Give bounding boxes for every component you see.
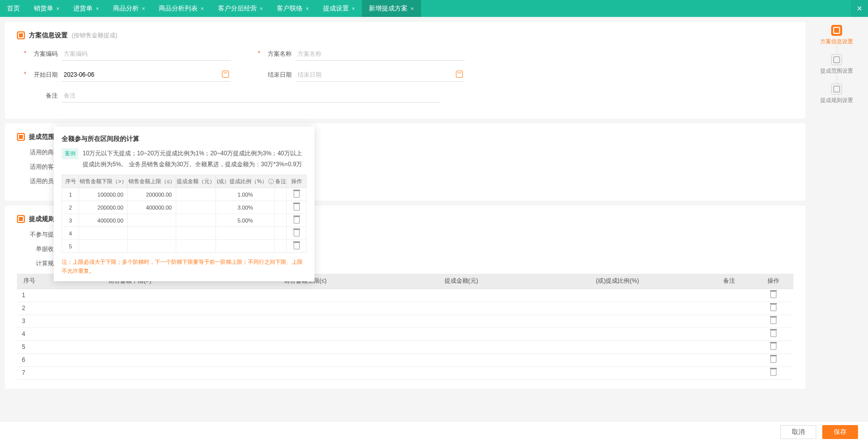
rules-th: 备注 (705, 274, 754, 289)
example-tag: 案例 (62, 148, 79, 159)
delete-icon[interactable] (770, 330, 776, 337)
rules-row[interactable]: 6 (17, 353, 793, 366)
popover-note: 注：上限必须大于下限；多个阶梯时，下一个阶梯下限要等于前一阶梯上限；不同行之间下… (62, 258, 307, 275)
rules-th: 操作 (754, 274, 793, 289)
rules-row[interactable]: 4 (17, 328, 793, 340)
rules-row[interactable]: 2 (17, 302, 793, 315)
anchor-icon (831, 25, 842, 36)
tab-close-icon[interactable]: × (352, 5, 355, 11)
rules-row[interactable]: 1 (17, 289, 793, 302)
pop-row: 1100000.00200000.001.00% (62, 188, 307, 201)
tab-商品分析[interactable]: 商品分析× (106, 0, 152, 17)
delete-icon[interactable] (770, 356, 776, 363)
section-icon (17, 133, 25, 141)
end-date-label: 结束日期 (251, 71, 296, 79)
anchor-step[interactable]: 提成规则设置 (820, 84, 853, 104)
calendar-icon[interactable] (456, 71, 463, 78)
pop-row: 4 (62, 227, 307, 240)
rules-th: 序号 (17, 274, 42, 289)
anchor-nav: 方案信息设置提成范围设置提成规则设置 (810, 22, 863, 414)
name-label: 方案名称 (251, 50, 296, 58)
delete-icon[interactable] (294, 242, 300, 249)
remark-input[interactable] (62, 89, 440, 103)
tabbar-close-button[interactable]: × (851, 0, 868, 17)
tab-客户分层经营[interactable]: 客户分层经营× (211, 0, 270, 17)
pop-th: 操作 (287, 175, 307, 188)
tab-bar: 首页销货单×进货单×商品分析×商品分析列表×客户分层经营×客户联络×提成设置×新… (0, 0, 868, 17)
anchor-label: 方案信息设置 (820, 38, 853, 45)
pop-row: 3400000.005.00% (62, 214, 307, 227)
panel-plan-info: 方案信息设置 (按销售金额提成) 方案编码 方案名称 开始日期 (5, 22, 805, 118)
start-date-label: 开始日期 (17, 71, 62, 79)
anchor-label: 提成规则设置 (820, 97, 853, 104)
pop-th: 销售金额下限（>） (79, 175, 128, 188)
tab-进货单[interactable]: 进货单× (66, 0, 106, 17)
tab-销货单[interactable]: 销货单× (27, 0, 66, 17)
delete-icon[interactable] (294, 204, 300, 211)
remark-label: 备注 (17, 92, 62, 100)
pop-row: 2200000.00400000.003.00% (62, 201, 307, 214)
anchor-step[interactable]: 方案信息设置 (820, 25, 853, 45)
rules-row[interactable]: 3 (17, 315, 793, 328)
pop-th: 提成金额（元） (176, 175, 216, 188)
example-popover: 全额参与所在区间段的计算 案例 10万元以下无提成；10~20万元提成比例为1%… (54, 126, 315, 281)
popover-table: 序号销售金额下限（>）销售金额上限（≤）提成金额（元）(或）提成比例（%）i备注… (62, 175, 307, 253)
section-icon (17, 215, 25, 223)
delete-icon[interactable] (294, 229, 300, 236)
tab-close-icon[interactable]: × (142, 5, 145, 11)
section1-title: 方案信息设置 (29, 31, 68, 40)
example-text: 10万元以下无提成；10~20万元提成比例为1%；20~40万提成比例为3%；4… (83, 148, 307, 170)
rules-row[interactable]: 5 (17, 340, 793, 353)
tab-商品分析列表[interactable]: 商品分析列表× (152, 0, 211, 17)
section1-subtitle: (按销售金额提成) (72, 31, 117, 40)
rules-table: 序号销售金额下限(>)销售金额上限(≤)提成金额(元)(或)提成比例(%)备注操… (17, 274, 793, 380)
delete-icon[interactable] (294, 217, 300, 223)
pop-th: 备注 (275, 175, 287, 188)
tab-close-icon[interactable]: × (201, 5, 204, 11)
start-date-input[interactable] (62, 68, 231, 82)
pop-th: 销售金额上限（≤） (127, 175, 176, 188)
tab-首页[interactable]: 首页 (0, 0, 27, 17)
anchor-step[interactable]: 提成范围设置 (820, 54, 853, 75)
delete-icon[interactable] (770, 291, 776, 298)
delete-icon[interactable] (770, 317, 776, 324)
info-icon: i (268, 179, 274, 184)
code-input[interactable] (62, 47, 231, 61)
anchor-icon (831, 84, 842, 95)
calendar-icon[interactable] (222, 71, 229, 78)
pop-th: 序号 (62, 175, 79, 188)
anchor-icon (831, 54, 842, 65)
tab-客户联络[interactable]: 客户联络× (270, 0, 316, 17)
pop-th: (或）提成比例（%）i (216, 175, 275, 188)
section-icon (17, 31, 25, 39)
name-input[interactable] (296, 47, 465, 61)
rules-th: 提成金额(元) (393, 274, 530, 289)
tab-提成设置[interactable]: 提成设置× (316, 0, 362, 17)
anchor-label: 提成范围设置 (820, 67, 853, 75)
popover-title: 全额参与所在区间段的计算 (62, 134, 307, 143)
delete-icon[interactable] (294, 191, 300, 198)
delete-icon[interactable] (770, 369, 776, 376)
rules-th: (或)提成比例(%) (530, 274, 705, 289)
tab-新增提成方案[interactable]: 新增提成方案× (362, 0, 421, 17)
code-label: 方案编码 (17, 50, 62, 58)
pop-row: 5 (62, 240, 307, 253)
tab-close-icon[interactable]: × (56, 5, 59, 11)
rules-row[interactable]: 7 (17, 366, 793, 379)
tab-close-icon[interactable]: × (96, 5, 99, 11)
tab-close-icon[interactable]: × (306, 5, 309, 11)
end-date-input[interactable] (296, 68, 465, 82)
tab-close-icon[interactable]: × (260, 5, 263, 11)
delete-icon[interactable] (770, 304, 776, 311)
tab-close-icon[interactable]: × (411, 5, 414, 11)
delete-icon[interactable] (770, 343, 776, 350)
